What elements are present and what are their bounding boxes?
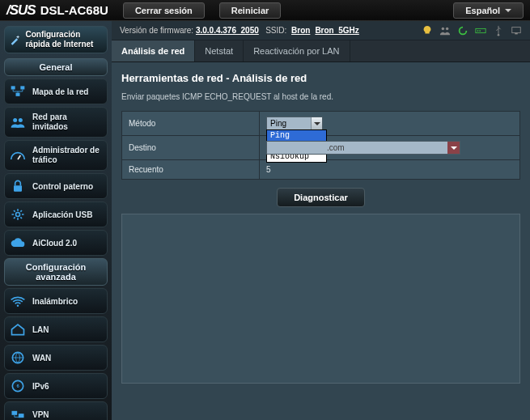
wifi-icon xyxy=(10,294,26,308)
sidebar-item-label: Inalámbrico xyxy=(32,297,78,306)
sidebar-item-label: LAN xyxy=(32,325,49,334)
qis-button[interactable]: Configuración rápida de Internet xyxy=(4,26,108,53)
sidebar-item-networkmap[interactable]: Mapa de la red xyxy=(4,78,108,104)
sidebar-item-aicloud[interactable]: AiCloud 2.0 xyxy=(4,230,108,256)
sidebar-item-parental[interactable]: Control paterno xyxy=(4,173,108,199)
home-icon xyxy=(10,322,26,337)
ssid-link-24g[interactable]: Bron xyxy=(291,26,310,35)
logout-button[interactable]: Cerrar sesión xyxy=(123,2,205,19)
destination-placeholder: .com xyxy=(327,143,345,152)
reboot-button[interactable]: Reiniciar xyxy=(219,2,281,19)
sidebar-item-traffic[interactable]: Administrador de tráfico xyxy=(4,140,108,171)
sidebar-item-vpn[interactable]: VPN xyxy=(4,401,108,420)
guest-network-icon xyxy=(10,115,26,129)
svg-text:6: 6 xyxy=(16,384,19,389)
sidebar-item-wan[interactable]: WAN xyxy=(4,345,108,371)
ssid-label: SSID: xyxy=(265,26,286,35)
globe-icon xyxy=(10,350,26,365)
model-name: DSL-AC68U xyxy=(40,3,108,17)
section-advanced: Configuración avanzada xyxy=(4,258,108,286)
svg-point-3 xyxy=(13,118,17,122)
wand-icon xyxy=(10,31,20,49)
dsl-icon[interactable] xyxy=(475,25,486,36)
svg-point-4 xyxy=(19,118,23,122)
tab-wol[interactable]: Reactivación por LAN xyxy=(244,40,350,62)
destination-input[interactable]: .com xyxy=(266,141,460,155)
svg-rect-2 xyxy=(16,93,20,96)
people-icon[interactable] xyxy=(439,25,451,36)
svg-rect-5 xyxy=(14,185,22,192)
count-value[interactable]: 5 xyxy=(266,165,271,174)
usb-icon[interactable] xyxy=(493,25,504,36)
page-title: Herramientas de red - Análisis de red xyxy=(121,72,520,84)
language-label: Español xyxy=(465,6,500,15)
sidebar-item-label: AiCloud 2.0 xyxy=(32,239,77,248)
svg-point-16 xyxy=(477,30,479,32)
sidebar-item-label: WAN xyxy=(32,354,51,363)
count-label: Recuento xyxy=(122,160,260,180)
chevron-down-icon xyxy=(505,9,511,12)
fw-label: Versión de firmware: xyxy=(120,26,193,35)
tab-netstat[interactable]: Netstat xyxy=(195,40,244,62)
sidebar-item-label: Red para invitados xyxy=(32,112,102,132)
sidebar-item-label: Control paterno xyxy=(32,182,93,191)
bulb-icon[interactable] xyxy=(422,25,433,36)
wol-icon[interactable] xyxy=(511,25,522,36)
sidebar-item-label: Mapa de la red xyxy=(32,87,88,96)
svg-point-14 xyxy=(446,27,449,30)
method-label: Método xyxy=(122,112,260,136)
brand-logo: /SUS xyxy=(6,2,36,19)
sidebar-item-label: IPv6 xyxy=(32,382,49,391)
svg-rect-20 xyxy=(515,32,518,34)
sidebar-item-wireless[interactable]: Inalámbrico xyxy=(4,288,108,314)
svg-rect-1 xyxy=(20,86,24,89)
chevron-down-icon xyxy=(311,117,322,129)
diagnose-button[interactable]: Diagnosticar xyxy=(277,188,365,207)
lock-icon xyxy=(10,179,26,193)
page-description: Enviar paquetes ICMP ECHO_REQUEST al hos… xyxy=(121,92,520,101)
qis-label: Configuración rápida de Internet xyxy=(25,30,102,49)
sidebar-item-label: Aplicación USB xyxy=(32,210,92,219)
svg-point-17 xyxy=(479,30,481,32)
svg-rect-19 xyxy=(512,27,521,32)
chevron-down-icon[interactable] xyxy=(447,142,460,154)
fw-version-link[interactable]: 3.0.0.4.376_2050 xyxy=(196,26,259,35)
section-general: General xyxy=(4,58,108,76)
ipv6-icon: 6 xyxy=(10,379,26,393)
settings-icon xyxy=(10,207,26,222)
sidebar-item-ipv6[interactable]: 6 IPv6 xyxy=(4,373,108,399)
svg-rect-11 xyxy=(12,411,18,415)
sidebar-item-guestnetwork[interactable]: Red para invitados xyxy=(4,107,108,138)
method-select-value: Ping xyxy=(270,119,286,128)
sidebar-item-label: Administrador de tráfico xyxy=(32,146,102,165)
refresh-icon[interactable] xyxy=(457,25,469,36)
ssid-link-5g[interactable]: Bron_5GHz xyxy=(315,26,358,35)
sidebar-item-lan[interactable]: LAN xyxy=(4,316,108,342)
sidebar-item-usbapp[interactable]: Aplicación USB xyxy=(4,202,108,227)
tab-net-analysis[interactable]: Análisis de red xyxy=(112,40,195,62)
cloud-icon xyxy=(10,235,26,250)
network-map-icon xyxy=(10,84,26,99)
svg-point-13 xyxy=(442,27,445,30)
svg-point-7 xyxy=(17,305,19,308)
output-box xyxy=(121,214,520,384)
method-select[interactable]: Ping xyxy=(266,117,323,130)
svg-rect-0 xyxy=(11,86,15,89)
gauge-icon xyxy=(10,148,26,163)
sidebar-item-label: VPN xyxy=(32,410,49,419)
vpn-icon xyxy=(10,407,26,420)
destination-label: Destino xyxy=(122,136,260,160)
svg-point-6 xyxy=(16,213,20,217)
svg-point-18 xyxy=(498,33,500,36)
language-selector[interactable]: Español xyxy=(453,2,524,19)
